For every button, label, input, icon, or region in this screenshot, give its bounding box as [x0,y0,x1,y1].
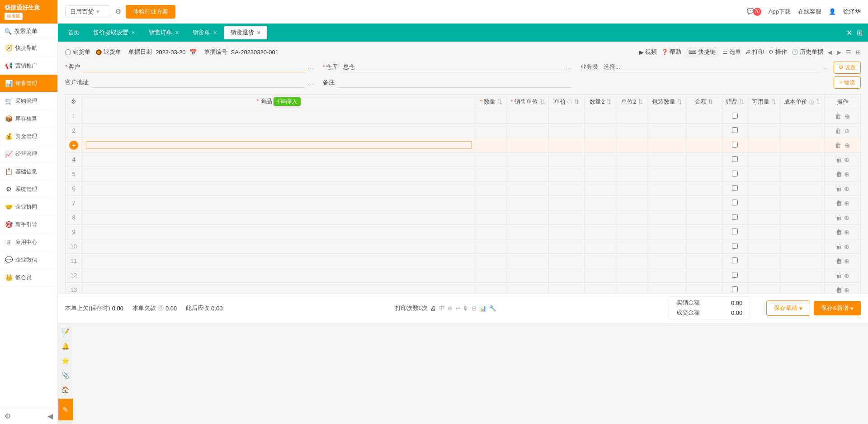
online-service-link[interactable]: 在线客服 [798,8,821,16]
sort-gift-icon[interactable]: ⇅ [739,98,744,105]
unit2-cell-1[interactable] [616,109,648,124]
copy-row-6[interactable]: ⊕ [843,184,850,193]
warehouse-select-dots[interactable]: ... [565,63,571,71]
unit2-cell-2[interactable] [616,124,648,138]
delete-row-1[interactable]: 🗑 [834,112,842,121]
sidebar-item-3[interactable]: 🛒 采购管理 [0,92,57,110]
price-cell-2[interactable] [548,124,585,138]
view-list-icon[interactable]: ☰ [846,49,851,56]
cost-price-cell-1[interactable] [780,109,824,124]
warehouse-input[interactable] [340,62,562,72]
sort-cost-icon[interactable]: ⇅ [816,98,821,105]
sort-unit-icon[interactable]: ⇅ [540,98,545,105]
product-cell-2[interactable] [82,124,476,138]
right-panel-edit-icon[interactable]: 📝 [60,326,71,337]
category-select[interactable]: 日用百货 ▾ [65,5,110,18]
sidebar-item-2[interactable]: 📊 销售管理 [0,75,57,92]
th-gear[interactable]: ⚙ [66,95,82,109]
print-btn[interactable]: 🖨 打印 [745,48,764,56]
sort-qty2-icon[interactable]: ⇅ [606,98,611,105]
sale-radio-input[interactable] [65,49,71,55]
amount-cell-1[interactable] [686,109,722,124]
available-cell-2[interactable] [748,124,780,138]
copy-row-3[interactable]: ⊕ [844,141,851,150]
right-panel-action-btn[interactable]: ✎ [58,399,73,420]
tab-sales-return[interactable]: 销货退货 ✕ [224,26,267,39]
qty2-cell-1[interactable] [585,109,616,124]
gift-cell-2[interactable] [722,124,748,138]
right-panel-clip-icon[interactable]: 📎 [60,370,71,381]
save-draft-btn[interactable]: 保存草稿 ▾ [766,300,810,316]
experience-btn[interactable]: 体验行业方案 [126,5,175,19]
product-cell-3[interactable] [82,138,476,152]
price-cell-3[interactable] [548,138,585,152]
scan-input-btn[interactable]: 扫码录入 [274,97,301,106]
tab-close-4[interactable]: ✕ [257,30,261,36]
video-btn[interactable]: ▶ 视频 [639,48,657,56]
history-btn[interactable]: 🕐 历史单据 [792,48,823,56]
product-input-3[interactable] [86,141,472,149]
right-panel-home-icon[interactable]: 🏠 [60,384,71,395]
tab-sales-order[interactable]: 销售订单 ✕ [142,26,185,39]
delete-row-7[interactable]: 🗑 [835,199,843,208]
cost-price-cell-3[interactable] [780,138,824,152]
copy-row-4[interactable]: ⊕ [843,155,850,164]
sidebar-item-0[interactable]: 🧭 快捷导航 [0,39,57,57]
tab-home[interactable]: 首页 [61,26,86,39]
copy-row-12[interactable]: ⊕ [843,271,850,280]
collapse-icon[interactable]: ◀ [47,412,53,420]
delete-row-8[interactable]: 🗑 [835,213,843,222]
staff-input[interactable] [601,62,821,72]
delete-row-3[interactable]: 🗑 [834,141,842,150]
cost-price-cell-2[interactable] [780,124,824,138]
help-action-btn[interactable]: ❓ 帮助 [661,48,681,56]
delete-row-11[interactable]: 🗑 [835,257,843,266]
delete-row-6[interactable]: 🗑 [835,184,843,193]
tab-close-2[interactable]: ✕ [175,30,179,36]
unit2-cell-3[interactable] [616,138,648,152]
delete-row-9[interactable]: 🗑 [835,228,843,237]
sidebar-item-12[interactable]: 💬 企业微信 [0,251,57,269]
logistics-btn[interactable]: + 物流 [834,76,861,89]
sort-unit2-icon[interactable]: ⇅ [638,98,643,105]
gift-cell-3[interactable] [722,138,748,152]
delete-row-5[interactable]: 🗑 [835,170,843,179]
app-download-link[interactable]: App下载 [769,8,791,16]
tab-sales[interactable]: 销货单 ✕ [186,26,223,39]
search-menu[interactable]: 🔍 搜索菜单 [0,24,57,39]
sort-qty-icon[interactable]: ⇅ [497,98,502,105]
tab-close-1[interactable]: ✕ [131,30,135,36]
unit-cell-3[interactable] [507,138,548,152]
tab-close-3[interactable]: ✕ [213,30,217,36]
copy-row-1[interactable]: ⊕ [844,112,851,121]
select-btn[interactable]: ☰ 选单 [723,48,741,56]
remark-input[interactable] [337,77,571,88]
delete-row-4[interactable]: 🗑 [835,155,843,164]
shortcut-btn[interactable]: ⌨ 快捷键 [686,47,718,57]
pkg-qty-cell-2[interactable] [648,124,686,138]
copy-row-9[interactable]: ⊕ [843,228,850,237]
copy-row-5[interactable]: ⊕ [843,170,850,179]
delete-row-2[interactable]: 🗑 [834,126,842,135]
sidebar-item-13[interactable]: 👑 畅会员 [0,269,57,286]
add-row-button[interactable]: + [69,141,78,150]
gift-checkbox-3[interactable] [732,142,738,148]
gift-checkbox-2[interactable] [732,127,738,133]
settings-btn[interactable]: ⚙ 设置 [834,62,861,74]
customer-select-dots[interactable]: ... [308,63,314,71]
prev-record-icon[interactable]: ◀ [828,49,832,56]
customer-input[interactable] [83,62,305,72]
address-input[interactable] [91,77,305,88]
return-radio-input[interactable] [96,49,102,55]
pkg-qty-cell-1[interactable] [648,109,686,124]
right-panel-bell-icon[interactable]: 🔔 [60,341,71,352]
sidebar-item-4[interactable]: 📦 库存核算 [0,110,57,128]
return-type-radio[interactable]: 退货单 [96,48,121,56]
copy-row-13[interactable]: ⊕ [843,286,850,294]
sidebar-item-5[interactable]: 💰 资金管理 [0,128,57,145]
qty2-cell-2[interactable] [585,124,616,138]
message-icon[interactable]: 💬 70 [747,8,761,16]
product-cell-1[interactable] [82,109,476,124]
settings-gear-icon[interactable]: ⚙ [115,7,121,16]
unit-cell-2[interactable] [507,124,548,138]
